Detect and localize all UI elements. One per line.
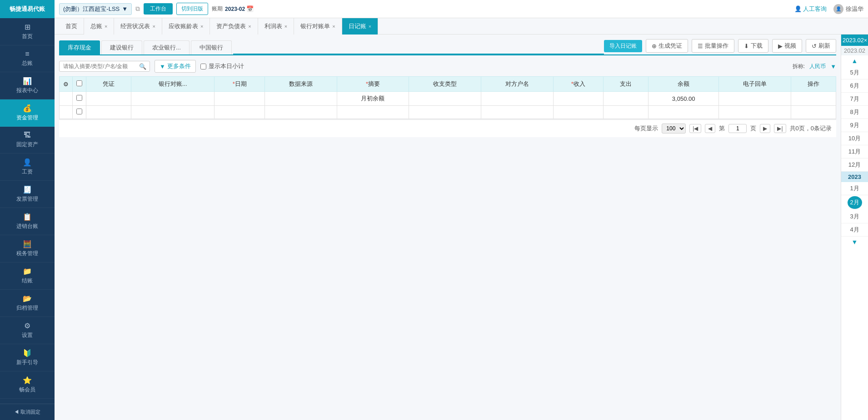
col-counterpart: 对方户名 (481, 77, 553, 92)
date-month-5[interactable]: 5月 (841, 66, 868, 79)
filter-more-button[interactable]: ▼ 更多条件 (155, 60, 196, 73)
calendar-icon[interactable]: 📅 (246, 5, 254, 12)
cell-bank-2 (131, 106, 215, 119)
sub-tab-abc[interactable]: 农业银行... (144, 40, 190, 54)
cell-voucher-1 (86, 92, 131, 106)
tab-receivable[interactable]: 应收账龄表 × (162, 18, 210, 35)
tab-receivable-close[interactable]: × (200, 24, 203, 29)
company-selector[interactable]: (勿删）江西超宝-LSS ▼ (59, 3, 132, 15)
sidebar-item-ledger[interactable]: ≡ 总账 (0, 45, 55, 72)
import-button[interactable]: 导入日记账 (604, 40, 642, 52)
tax-icon: 🧮 (23, 240, 32, 248)
sidebar-item-report[interactable]: 📊 报表中心 (0, 72, 55, 99)
cell-action-2 (791, 106, 836, 119)
page-input[interactable] (728, 124, 747, 133)
sidebar-item-purchase-sale[interactable]: 📋 进销台账 (0, 208, 55, 235)
date-month-12[interactable]: 12月 (841, 158, 868, 172)
sidebar-item-member[interactable]: ⭐ 畅会员 (0, 371, 55, 399)
date-month-6[interactable]: 6月 (841, 79, 868, 93)
tab-bank-close[interactable]: × (332, 24, 335, 29)
per-page-select[interactable]: 100 (662, 124, 686, 133)
workbench-button[interactable]: 工作台 (144, 3, 173, 15)
show-daily-checkbox[interactable] (200, 64, 206, 69)
first-page-button[interactable]: |◀ (689, 124, 701, 133)
user-avatar: 👤 (833, 4, 843, 14)
tab-business-close[interactable]: × (152, 24, 155, 29)
cell-checkbox-1[interactable] (73, 92, 86, 106)
tab-assets-close[interactable]: × (248, 24, 251, 29)
sidebar-item-fixed[interactable]: 🏗 固定资产 (0, 127, 55, 153)
sidebar-item-archive[interactable]: 📂 归档管理 (0, 290, 55, 317)
sub-tab-abc-label: 农业银行... (152, 44, 181, 51)
cell-income-type-1 (409, 92, 481, 106)
date-month-10[interactable]: 10月 (841, 132, 868, 145)
col-settings[interactable]: ⚙ (60, 77, 73, 92)
select-all-checkbox[interactable] (76, 80, 82, 86)
date-month-2023-4[interactable]: 4月 (841, 223, 868, 237)
invoice-icon: 🧾 (23, 185, 32, 194)
last-page-button[interactable]: ▶| (774, 124, 786, 133)
tab-ledger[interactable]: 总账 × (84, 18, 114, 35)
consultant-button[interactable]: 👤 人工客询 (794, 5, 827, 13)
tab-ledger-close[interactable]: × (105, 24, 107, 29)
next-page-button[interactable]: ▶ (760, 124, 770, 133)
sub-tab-boc-label: 中国银行 (200, 44, 223, 51)
old-version-button[interactable]: 切到旧版 (176, 3, 208, 15)
table-row (60, 106, 836, 119)
tab-business[interactable]: 经营状况表 × (114, 18, 162, 35)
topbar-right: 👤 人工客询 👤 徐温华 (794, 4, 863, 14)
date-month-11[interactable]: 11月 (841, 145, 868, 158)
tab-journal[interactable]: 日记账 × (342, 18, 378, 35)
date-month-9[interactable]: 9月 (841, 119, 868, 132)
date-panel-scroll-down[interactable]: ▼ (841, 237, 868, 247)
sidebar-item-checkout[interactable]: 📁 结账 (0, 262, 55, 290)
date-month-2023-2[interactable]: 2月 (848, 196, 862, 209)
sidebar-item-home[interactable]: ⊞ 首页 (0, 18, 55, 45)
sub-tab-boc[interactable]: 中国银行 (191, 40, 232, 54)
ledger-icon: ≡ (25, 50, 29, 58)
user-menu[interactable]: 👤 徐温华 (833, 4, 863, 14)
search-icon[interactable]: 🔍 (139, 63, 146, 70)
search-input[interactable] (59, 61, 150, 72)
payroll-icon: 👤 (23, 158, 32, 167)
date-panel-scroll-up[interactable]: ▲ (841, 55, 868, 66)
batch-button[interactable]: ☰ 批量操作 (692, 39, 734, 53)
tab-profit-close[interactable]: × (284, 24, 287, 29)
sidebar-item-settings[interactable]: ⚙ 设置 (0, 317, 55, 344)
sidebar-unpin[interactable]: ◀ 取消固定 (0, 404, 55, 420)
sidebar-label-checkout: 结账 (22, 277, 33, 285)
download-button[interactable]: ⬇ 下载 (738, 39, 768, 53)
show-daily-label[interactable]: 显示本日小计 (200, 62, 244, 70)
currency-value[interactable]: 人民币 (809, 63, 826, 70)
col-checkbox[interactable] (73, 77, 86, 92)
cell-date-2 (215, 106, 265, 119)
tab-home[interactable]: 首页 (59, 18, 84, 35)
date-panel-close[interactable]: × (864, 37, 867, 44)
sidebar-item-invoice[interactable]: 🧾 发票管理 (0, 181, 55, 208)
tab-journal-close[interactable]: × (369, 24, 371, 29)
sub-tab-ccb[interactable]: 建设银行 (101, 40, 142, 54)
cell-checkbox-2[interactable] (73, 106, 86, 119)
tab-bank[interactable]: 银行对账单 × (294, 18, 342, 35)
tab-assets[interactable]: 资产负债表 × (210, 18, 258, 35)
sidebar-item-payroll[interactable]: 👤 工资 (0, 153, 55, 181)
date-month-7[interactable]: 7月 (841, 93, 868, 106)
tab-receivable-label: 应收账龄表 (169, 22, 198, 30)
sidebar-item-tax[interactable]: 🧮 税务管理 (0, 235, 55, 262)
refresh-button[interactable]: ↺ 刷新 (806, 39, 836, 53)
archive-icon: 📂 (23, 294, 32, 303)
table-footer: 每页显示 100 |◀ ◀ 第 页 ▶ ▶| 共0页，0条记录 (59, 119, 836, 137)
tab-profit[interactable]: 利润表 × (258, 18, 294, 35)
total-label: 共0页，0条记录 (790, 124, 832, 133)
sidebar-item-capital[interactable]: 💰 资金管理 (0, 99, 55, 127)
generate-button[interactable]: ⊕ 生成凭证 (646, 39, 688, 53)
sub-tab-cash[interactable]: 库存现金 (59, 40, 100, 54)
video-button[interactable]: ▶ 视频 (772, 39, 802, 53)
tab-profit-label: 利润表 (264, 22, 282, 30)
date-month-8[interactable]: 8月 (841, 106, 868, 119)
sidebar-item-guide[interactable]: 🔰 新手引导 (0, 344, 55, 371)
date-month-2023-1[interactable]: 1月 (841, 182, 868, 195)
date-month-2023-3[interactable]: 3月 (841, 210, 868, 223)
tabbar: 首页 总账 × 经营状况表 × 应收账龄表 × 资产负债表 × 利润表 × 银行… (55, 18, 868, 35)
prev-page-button[interactable]: ◀ (705, 124, 715, 133)
